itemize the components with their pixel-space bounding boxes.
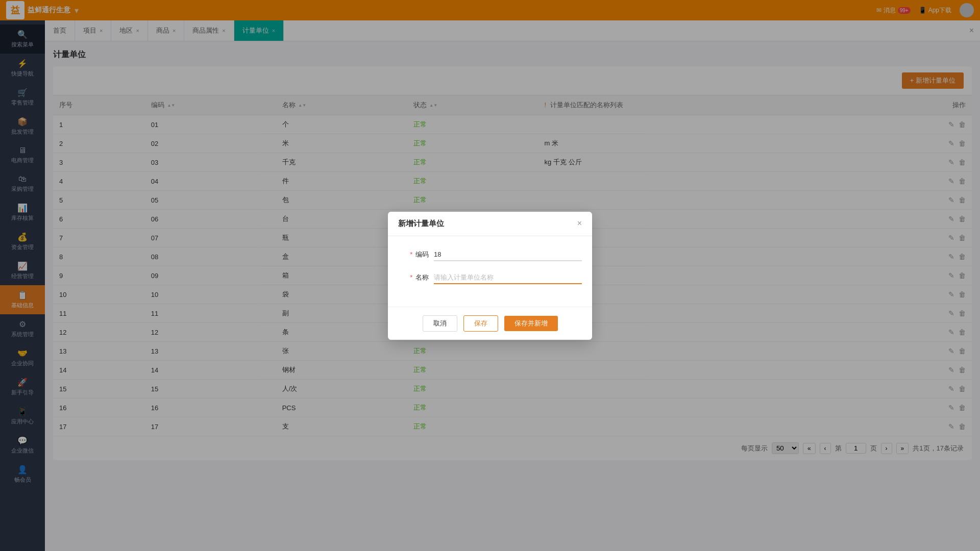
add-unit-modal: 新增计量单位 × * 编码 * 名称 取消 保存 保存并新增 <box>388 212 592 340</box>
name-label: * 名称 <box>398 273 429 282</box>
save-button[interactable]: 保存 <box>463 315 498 332</box>
modal-footer: 取消 保存 保存并新增 <box>388 307 592 340</box>
modal-close-btn[interactable]: × <box>577 219 582 228</box>
modal-header: 新增计量单位 × <box>388 212 592 236</box>
modal-overlay[interactable]: 新增计量单位 × * 编码 * 名称 取消 保存 保存并新增 <box>0 0 980 551</box>
form-row-name: * 名称 <box>398 271 582 284</box>
modal-body: * 编码 * 名称 <box>388 236 592 307</box>
code-input[interactable] <box>434 248 582 261</box>
name-required-star: * <box>410 273 412 281</box>
save-add-button[interactable]: 保存并新增 <box>504 316 558 331</box>
code-label: * 编码 <box>398 250 429 259</box>
name-input[interactable] <box>434 271 582 284</box>
cancel-button[interactable]: 取消 <box>423 315 457 332</box>
form-row-code: * 编码 <box>398 248 582 261</box>
code-required-star: * <box>410 251 412 258</box>
modal-title: 新增计量单位 <box>398 219 444 229</box>
